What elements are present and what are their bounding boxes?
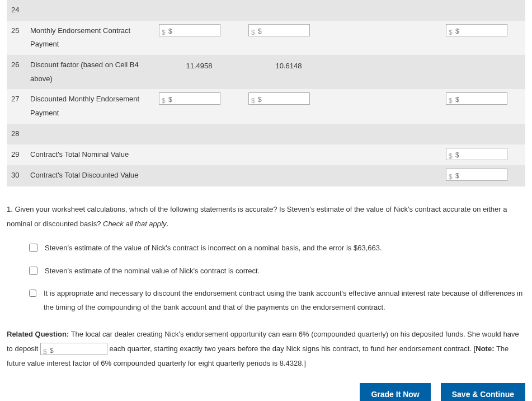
money-input[interactable]: $ — [248, 92, 310, 105]
table-row: 27 Discounted Monthly Endorsement Paymen… — [7, 89, 525, 123]
table-row: 26 Discount factor (based on Cell B4 abo… — [7, 55, 525, 89]
related-question: Related Question: The local car dealer c… — [7, 327, 525, 371]
answer-options: Steven's estimate of the value of Nick's… — [27, 241, 525, 315]
table-row: 25 Monthly Endorsement Contract Payment … — [7, 21, 525, 55]
question-lead: 1. Given your worksheet calculations, wh… — [7, 205, 507, 228]
money-field[interactable] — [249, 94, 309, 105]
money-input[interactable]: $ — [446, 92, 507, 105]
money-input[interactable]: $ — [446, 24, 507, 36]
action-bar: Grade It Now Save & Continue — [7, 383, 525, 401]
answer-option[interactable]: Steven's estimate of the nominal value o… — [27, 264, 525, 278]
money-field[interactable] — [159, 26, 220, 37]
save-continue-button[interactable]: Save & Continue — [441, 383, 525, 401]
money-field[interactable] — [446, 170, 507, 181]
grade-button[interactable]: Grade It Now — [360, 383, 430, 401]
row-label: Contract's Total Nominal Value — [26, 144, 154, 166]
question-text: 1. Given your worksheet calculations, wh… — [7, 202, 525, 231]
row-number: 27 — [7, 89, 26, 123]
money-input[interactable]: $ — [248, 24, 310, 36]
related-label: Related Question: — [7, 330, 69, 338]
cell-value: 10.6148 — [276, 58, 302, 73]
money-field[interactable] — [159, 94, 220, 105]
table-row: 28 — [7, 124, 525, 144]
row-number: 28 — [7, 124, 26, 144]
money-field[interactable] — [249, 26, 309, 37]
money-field[interactable] — [446, 94, 507, 105]
table-row: 24 — [7, 0, 525, 21]
option-checkbox[interactable] — [29, 244, 37, 252]
worksheet-table: 24 25 Monthly Endorsement Contract Payme… — [7, 0, 525, 186]
money-field[interactable] — [446, 26, 507, 37]
row-label: Contract's Total Discounted Value — [26, 165, 154, 186]
row-number: 29 — [7, 144, 26, 166]
row-number: 25 — [7, 21, 26, 55]
money-field[interactable] — [41, 345, 107, 356]
note-label: Note: — [475, 344, 494, 353]
money-input[interactable]: $ — [446, 148, 507, 160]
table-row: 29 Contract's Total Nominal Value $ — [7, 144, 525, 166]
money-input[interactable]: $ — [159, 24, 220, 36]
money-field[interactable] — [446, 150, 507, 161]
option-checkbox[interactable] — [29, 267, 37, 275]
row-number: 24 — [7, 0, 26, 21]
option-label: Steven's estimate of the value of Nick's… — [45, 241, 382, 255]
option-checkbox[interactable] — [29, 289, 36, 297]
row-number: 30 — [7, 165, 26, 186]
row-label: Monthly Endorsement Contract Payment — [26, 21, 154, 55]
question-period: . — [166, 220, 168, 228]
row-number: 26 — [7, 55, 26, 89]
row-label: Discounted Monthly Endorsement Payment — [26, 89, 154, 123]
answer-option[interactable]: It is appropriate and necessary to disco… — [27, 287, 525, 314]
cell-value: 11.4958 — [186, 58, 213, 73]
money-input[interactable]: $ — [159, 92, 220, 105]
option-label: Steven's estimate of the nominal value o… — [45, 264, 260, 278]
table-row: 30 Contract's Total Discounted Value $ — [7, 165, 525, 186]
money-input[interactable]: $ — [40, 343, 107, 355]
row-label: Discount factor (based on Cell B4 above) — [26, 55, 154, 89]
related-text: each quarter, starting exactly two years… — [107, 344, 475, 353]
money-input[interactable]: $ — [446, 169, 507, 181]
answer-option[interactable]: Steven's estimate of the value of Nick's… — [27, 241, 525, 255]
option-label: It is appropriate and necessary to disco… — [44, 287, 525, 314]
question-hint: Check all that apply — [103, 220, 166, 228]
